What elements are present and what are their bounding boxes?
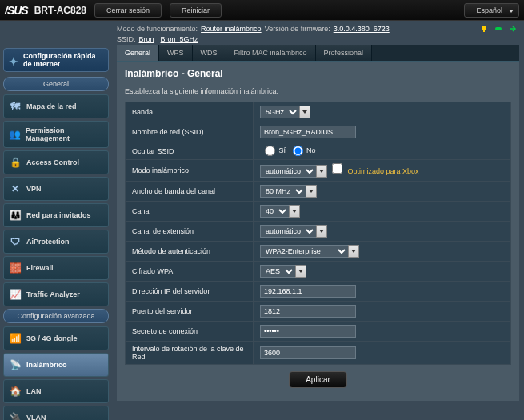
svg-rect-2 (495, 27, 502, 30)
sidebar-item-label: 3G / 4G dongle (26, 334, 78, 342)
sidebar-icon: 🔌 (9, 411, 22, 420)
dropdown-icon[interactable] (295, 265, 306, 278)
status-led-icon[interactable] (494, 24, 503, 34)
sidebar-icon: 🧱 (9, 262, 22, 274)
sidebar-item-traffic-analyzer[interactable]: 📈Traffic Analyzer (3, 282, 109, 306)
hide-no[interactable]: No (288, 146, 316, 154)
sidebar-item-label: Mapa de la red (26, 102, 77, 110)
tabs: GeneralWPSWDSFiltro MAC inalámbricoProfe… (117, 45, 519, 62)
sidebar-item-label: Red para invitados (26, 211, 91, 219)
secret-label: Secreto de conexión (126, 322, 254, 342)
sidebar-icon: 📈 (9, 288, 22, 301)
rotate-input[interactable] (260, 346, 356, 359)
bw-label: Ancho de banda del canal (126, 182, 254, 202)
sidebar-icon: 📡 (9, 358, 22, 371)
sidebar-item-firewall[interactable]: 🧱Firewall (3, 256, 109, 280)
cipher-label: Cifrado WPA (126, 262, 254, 282)
sidebar: ✦ Configuración rápida de Internet Gener… (0, 45, 112, 420)
language-select[interactable]: Español (464, 3, 519, 18)
xbox-label: Optimizado para Xbox (348, 167, 419, 175)
mode-value[interactable]: Router inalámbrico (201, 25, 262, 33)
sidebar-icon: 🗺 (9, 100, 22, 113)
rotate-label: Intervalo de rotación de la clave de Red (126, 342, 254, 365)
svg-rect-1 (483, 30, 485, 32)
tab-professional[interactable]: Professional (316, 45, 373, 61)
tab-filtro-mac-inal-mbrico[interactable]: Filtro MAC inalámbrico (226, 45, 316, 61)
sidebar-item-inal-mbrico[interactable]: 📡Inalámbrico (3, 353, 109, 377)
serverip-input[interactable] (260, 285, 356, 298)
bw-select[interactable]: 80 MHz (260, 185, 306, 198)
sidebar-icon: 🏠 (9, 385, 22, 398)
status-bulb-icon[interactable] (479, 24, 489, 34)
ext-label: Canal de extensión (126, 222, 254, 242)
ssid-input[interactable] (260, 126, 356, 138)
ssid1: Bron (139, 35, 154, 43)
model-name: BRT-AC828 (34, 5, 86, 16)
dropdown-icon[interactable] (306, 185, 317, 198)
logout-button[interactable]: Cerrar sesión (94, 3, 162, 18)
sidebar-item-label: Permission Management (26, 126, 103, 142)
sidebar-item-red-para-invitados[interactable]: 👪Red para invitados (3, 203, 109, 227)
sidebar-header-general: General (3, 77, 109, 91)
dropdown-icon[interactable] (289, 205, 300, 218)
sidebar-icon: 🔒 (9, 156, 22, 169)
band-label: Banda (126, 102, 254, 122)
sidebar-item-3g-4g-dongle[interactable]: 📶3G / 4G dongle (3, 326, 109, 350)
ext-select[interactable]: automático (260, 225, 316, 238)
sidebar-icon: 🛡 (9, 235, 22, 248)
sidebar-item-mapa-de-la-red[interactable]: 🗺Mapa de la red (3, 94, 109, 118)
mode-label: Modo de funcionamiento: (117, 25, 198, 33)
sidebar-item-label: AiProtection (26, 238, 70, 246)
auth-select[interactable]: WPA2-Enterprise (260, 245, 348, 258)
status-usb-icon[interactable] (508, 24, 518, 34)
sidebar-item-label: Inalámbrico (26, 361, 67, 369)
qis-button[interactable]: ✦ Configuración rápida de Internet (3, 48, 109, 72)
ssid-field-label: Nombre de red (SSID) (126, 122, 254, 142)
channel-label: Canal (126, 202, 254, 222)
main-panel: GeneralWPSWDSFiltro MAC inalámbricoProfe… (112, 45, 524, 420)
top-bar: /SUS BRT-AC828 Cerrar sesión Reiniciar E… (0, 0, 524, 21)
tab-wds[interactable]: WDS (193, 45, 226, 61)
tab-wps[interactable]: WPS (159, 45, 193, 61)
xbox-checkbox[interactable] (332, 163, 342, 174)
dropdown-icon[interactable] (299, 106, 310, 118)
qis-label: Configuración rápida de Internet (23, 52, 103, 68)
sidebar-item-aiprotection[interactable]: 🛡AiProtection (3, 230, 109, 254)
sidebar-item-permission-management[interactable]: 👥Permission Management (3, 121, 109, 148)
dropdown-icon[interactable] (316, 165, 327, 178)
cipher-select[interactable]: AES (260, 265, 295, 278)
apply-button[interactable]: Aplicar (289, 371, 347, 388)
sidebar-icon: 👪 (9, 209, 22, 222)
sidebar-item-label: Firewall (26, 264, 54, 272)
tab-general[interactable]: General (117, 45, 159, 61)
sidebar-item-lan[interactable]: 🏠LAN (3, 379, 109, 403)
sidebar-icon: ✕ (9, 182, 22, 195)
ssid-row: SSID: Bron Bron_5GHz (0, 35, 524, 45)
form-table: Banda 5GHz Nombre de red (SSID) Ocultar … (125, 102, 511, 365)
secret-input[interactable] (260, 325, 356, 338)
sidebar-icon: 📶 (9, 332, 22, 345)
dropdown-icon[interactable] (348, 245, 359, 258)
serverport-input[interactable] (260, 305, 356, 318)
hide-yes[interactable]: Sí (260, 146, 286, 154)
sidebar-item-vlan[interactable]: 🔌VLAN (3, 406, 109, 420)
band-select[interactable]: 5GHz (260, 106, 299, 118)
reboot-button[interactable]: Reiniciar (170, 3, 222, 18)
panel-title: Inalámbrico - General (125, 68, 511, 79)
sidebar-item-label: VLAN (26, 414, 46, 420)
sidebar-item-label: Access Control (26, 158, 79, 166)
wmode-label: Modo inalámbrico (126, 160, 254, 182)
wmode-select[interactable]: automático (260, 165, 316, 178)
channel-select[interactable]: 40 (260, 205, 289, 218)
brand-logo: /SUS (5, 4, 28, 17)
ssid-label: SSID: (117, 35, 136, 43)
fw-value[interactable]: 3.0.0.4.380_6723 (334, 25, 390, 33)
dropdown-icon[interactable] (316, 225, 327, 238)
sidebar-item-access-control[interactable]: 🔒Access Control (3, 150, 109, 174)
sidebar-header-advanced: Configuración avanzada (3, 309, 109, 323)
sidebar-item-vpn[interactable]: ✕VPN (3, 177, 109, 201)
sidebar-icon: 👥 (9, 128, 21, 141)
fw-label: Versión de firmware: (265, 25, 330, 33)
sidebar-item-label: Traffic Analyzer (26, 290, 80, 298)
sidebar-item-label: LAN (26, 387, 42, 395)
